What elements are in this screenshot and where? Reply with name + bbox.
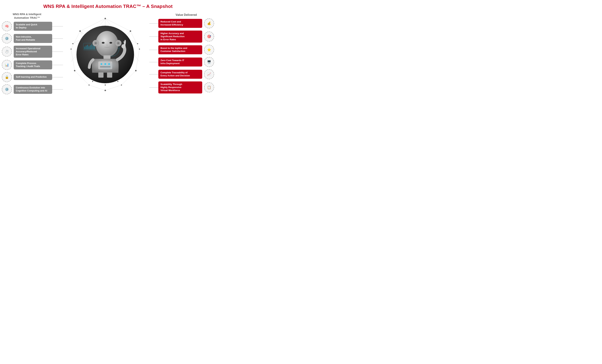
svg-point-39 — [74, 70, 75, 71]
svg-line-11 — [105, 85, 121, 90]
left-icon-tracking: 📊 — [2, 60, 12, 70]
svg-point-75 — [109, 42, 112, 44]
right-icon-traceability: 📈 — [204, 69, 214, 79]
svg-line-8 — [71, 49, 75, 71]
connector-left-scalable — [52, 26, 63, 26]
svg-point-35 — [79, 30, 81, 32]
robot-circle — [76, 26, 134, 83]
svg-rect-93 — [98, 73, 103, 78]
svg-point-95 — [98, 61, 116, 71]
svg-rect-64 — [93, 45, 94, 49]
left-label-accuracy: Increased Operational Accuracy/Reduced E… — [14, 46, 52, 58]
svg-point-33 — [105, 18, 106, 19]
left-label-tracking: Complete Process Tracking / Audit Trails — [14, 60, 52, 69]
right-label-zero-cost: Zero Cost Towards IT Infra Deployment — [158, 58, 202, 66]
connector-left-self-learning — [52, 77, 63, 77]
right-label-higher-accuracy: Higher Accuracy and Significant Reductio… — [158, 31, 202, 43]
right-item-reduced-cost: Reduced Cost and Increased Efficiency 💰 — [158, 18, 214, 28]
svg-rect-61 — [88, 46, 89, 49]
left-item-non-intrusive: ⚙️ Non-intrusive, Fast and Reliable — [2, 33, 52, 43]
svg-point-79 — [95, 42, 97, 44]
svg-point-50 — [92, 81, 93, 82]
right-icon-higher-accuracy: 🎯 — [204, 31, 214, 42]
right-item-scalability: Scalability Through Highly Responsive Vi… — [158, 82, 214, 94]
connector-left-tracking — [52, 65, 63, 65]
svg-point-52 — [105, 84, 106, 85]
svg-point-40 — [121, 84, 122, 85]
svg-point-49 — [117, 81, 118, 82]
center-area — [52, 26, 158, 83]
svg-point-34 — [130, 30, 131, 32]
svg-rect-63 — [91, 44, 92, 49]
right-label-boost-topline: Boost to the topline and Customer Satisf… — [158, 45, 202, 54]
left-icon-accuracy: ⏱️ — [2, 47, 12, 57]
right-icon-zero-cost: 🖥️ — [204, 57, 214, 67]
left-icon-non-intrusive: ⚙️ — [2, 33, 12, 43]
right-icon-scalability: 📋 — [204, 82, 214, 92]
connector-left-accuracy — [52, 52, 63, 52]
svg-line-7 — [136, 49, 140, 71]
svg-point-38 — [135, 70, 137, 71]
right-icon-reduced-cost: 💰 — [204, 18, 214, 28]
svg-rect-62 — [90, 45, 91, 49]
page-wrapper: WNS RPA & Intelligent Automation TRAC™ –… — [0, 0, 216, 135]
svg-rect-59 — [86, 45, 87, 49]
left-label-cognitive: Continuous Evolution into Cognitive Comp… — [14, 85, 52, 94]
svg-point-41 — [88, 84, 90, 85]
robot-illustration — [80, 28, 130, 82]
left-section-label: WNS RPA & IntelligentAutomation TRAC™ — [2, 12, 52, 20]
connector-right-scalability — [149, 87, 158, 88]
svg-rect-58 — [84, 47, 85, 49]
connector-right-higher-accuracy — [149, 36, 158, 37]
svg-point-54 — [72, 43, 73, 44]
left-item-tracking: 📊 Complete Process Tracking / Audit Trai… — [2, 60, 52, 70]
left-item-cognitive: ⚙️ Continuous Evolution into Cognitive C… — [2, 84, 52, 94]
svg-point-37 — [71, 49, 72, 50]
right-item-higher-accuracy: Higher Accuracy and Significant Reductio… — [158, 31, 214, 43]
connector-right-traceability — [149, 74, 158, 74]
right-item-boost-topline: Boost to the topline and Customer Satisf… — [158, 45, 214, 55]
svg-point-82 — [118, 42, 119, 44]
right-section-label: Value Delivered — [158, 13, 214, 17]
svg-point-53 — [137, 43, 138, 44]
svg-rect-60 — [87, 45, 88, 49]
right-label-reduced-cost: Reduced Cost and Increased Efficiency — [158, 19, 202, 28]
left-icon-scalable: 🧠 — [2, 21, 12, 31]
left-icon-cognitive: ⚙️ — [2, 84, 12, 94]
right-column: Value Delivered Reduced Cost and Increas… — [158, 13, 214, 95]
svg-point-42 — [105, 90, 106, 91]
left-item-scalable: 🧠 Scalable and Quick to Deploy — [2, 21, 52, 31]
left-item-accuracy: ⏱️ Increased Operational Accuracy/Reduce… — [2, 46, 52, 58]
svg-line-12 — [89, 85, 105, 90]
right-label-scalability: Scalability Through Highly Responsive Vi… — [158, 82, 202, 94]
right-item-zero-cost: Zero Cost Towards IT Infra Deployment 🖥️ — [158, 57, 214, 67]
right-item-traceability: Complete Traceability of Every Action an… — [158, 69, 214, 79]
content-area: WNS RPA & IntelligentAutomation TRAC™ 🧠 … — [2, 12, 214, 96]
connector-right-zero-cost — [149, 62, 158, 62]
left-column: WNS RPA & IntelligentAutomation TRAC™ 🧠 … — [2, 12, 52, 96]
left-item-self-learning: 🔒 Self-learning and Predictive — [2, 72, 52, 82]
left-icon-self-learning: 🔒 — [2, 72, 12, 82]
left-label-scalable: Scalable and Quick to Deploy — [14, 22, 52, 31]
left-label-non-intrusive: Non-intrusive, Fast and Reliable — [14, 34, 52, 43]
connector-right-boost-topline — [149, 50, 158, 50]
svg-point-74 — [102, 42, 105, 44]
left-label-self-learning: Self-learning and Predictive — [14, 74, 52, 80]
right-icon-boost-topline: ⭐ — [204, 45, 214, 55]
right-label-traceability: Complete Traceability of Every Action an… — [158, 70, 202, 79]
svg-point-36 — [139, 49, 140, 50]
connector-left-cognitive — [52, 89, 63, 90]
page-title: WNS RPA & Intelligent Automation TRAC™ –… — [2, 4, 214, 9]
svg-rect-94 — [107, 73, 112, 78]
